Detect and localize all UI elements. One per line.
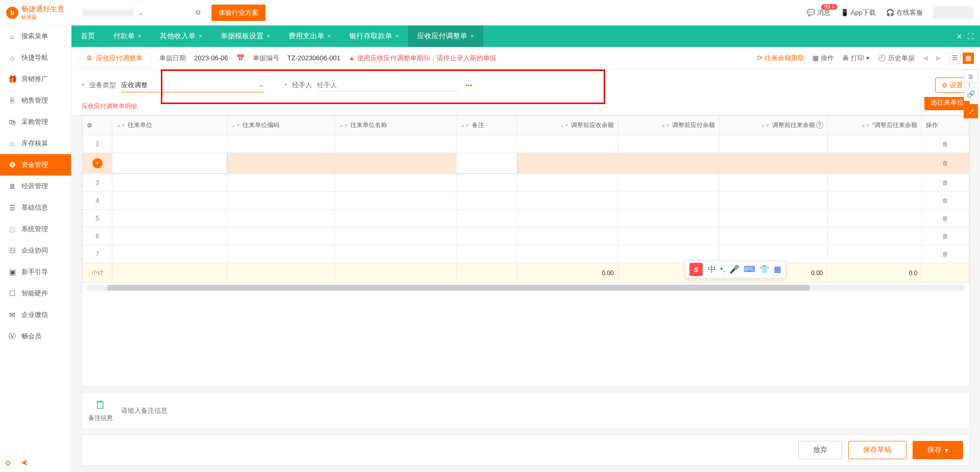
sidebar-item-quicknav[interactable]: ⌂快捷导航 <box>0 47 71 68</box>
tab-template[interactable]: 单据模板设置× <box>211 26 279 47</box>
save-draft-button[interactable]: 保存草稿 <box>848 441 906 459</box>
table-row[interactable]: 4🗑 <box>83 192 969 210</box>
close-icon[interactable]: × <box>395 33 399 40</box>
tab-expense[interactable]: 费用支出单× <box>279 26 340 47</box>
tab-payment[interactable]: 付款单× <box>104 26 151 47</box>
save-button[interactable]: 保存▾ <box>913 441 963 459</box>
history-button[interactable]: 🕘历史单据 <box>878 54 915 63</box>
app-download-button[interactable]: 📱 App下载 <box>841 8 876 17</box>
info-bar: 🗎 应收应付调整单 单据日期 2023-06-06 📅 单据编号 TZ-2023… <box>71 47 980 69</box>
delete-icon[interactable]: 🗑 <box>926 160 965 167</box>
delete-icon[interactable]: 🗑 <box>926 251 965 258</box>
tab-bank[interactable]: 银行存取款单× <box>340 26 408 47</box>
delete-icon[interactable]: 🗑 <box>926 233 965 240</box>
close-icon[interactable]: × <box>267 33 270 40</box>
calendar-icon[interactable]: 📅 <box>236 54 245 62</box>
date-value[interactable]: 2023-06-06 <box>194 54 228 62</box>
sidebar-item-system[interactable]: ◌系统管理 <box>0 218 71 240</box>
sidebar-item-wechat[interactable]: ✉企业微信 <box>0 304 71 326</box>
ime-keyboard-icon[interactable]: ⌨ <box>744 264 755 275</box>
delete-icon[interactable]: 🗑 <box>926 215 965 222</box>
sidebar-settings-icon[interactable]: ⚙ <box>5 459 11 467</box>
sidebar-item-search[interactable]: ⌕搜索菜单 <box>0 26 71 47</box>
tab-other-income[interactable]: 其他收入单× <box>151 26 211 47</box>
rail-expand-icon[interactable]: ⤢ <box>964 104 978 118</box>
col-pre-ar[interactable]: ▲▼调整前应收余额 <box>517 116 618 135</box>
help-icon[interactable]: ? <box>816 121 823 129</box>
view-list-button[interactable]: ☰ <box>949 53 961 64</box>
sidebar-item-marketing[interactable]: 🎁营销推广 <box>0 68 71 90</box>
col-pre-ap[interactable]: ▲▼调整前应付余额 <box>618 116 719 135</box>
table-row[interactable]: 7🗑 <box>83 245 969 263</box>
tab-home[interactable]: 首页 <box>71 26 104 47</box>
print-button[interactable]: 🖶打印▾ <box>842 54 870 63</box>
delete-icon[interactable]: 🗑 <box>926 179 965 186</box>
close-icon[interactable]: × <box>138 33 141 40</box>
operate-button[interactable]: ▦操作 <box>812 54 834 63</box>
close-icon[interactable]: × <box>327 33 331 40</box>
horizontal-scrollbar[interactable] <box>86 285 965 291</box>
col-unit[interactable]: ▲▼往来单位 <box>112 116 227 135</box>
col-unit-name[interactable]: ▲▼往来单位名称 <box>335 116 457 135</box>
sidebar-item-hardware[interactable]: ☐智能硬件 <box>0 283 71 304</box>
table-row[interactable]: 6🗑 <box>83 228 969 245</box>
sidebar-item-enterprise[interactable]: ☷企业协同 <box>0 240 71 261</box>
col-unit-code[interactable]: ▲▼往来单位编码 <box>227 116 334 135</box>
more-icon[interactable]: ••• <box>465 82 472 89</box>
table-row[interactable]: 3🗑 <box>83 174 969 192</box>
col-pre-bal[interactable]: ▲▼调整前往来余额? <box>720 116 827 135</box>
sidebar-item-basicinfo[interactable]: ☰基础信息 <box>0 197 71 218</box>
biz-type-select[interactable]: 应收调整 ⌄ <box>121 79 264 92</box>
biz-type-field: * 业务类型 应收调整 ⌄ <box>82 79 264 92</box>
reset-balance-button[interactable]: ⟳往来余额重取 <box>757 54 804 63</box>
header-gear-icon[interactable]: ⚙ <box>195 9 201 16</box>
ime-punct-icon[interactable]: •, <box>720 264 725 275</box>
table-row-active[interactable]: +🗑 <box>83 153 969 174</box>
bag-icon: 🛍 <box>8 118 16 126</box>
doc-type-tab[interactable]: 🗎 应收应付调整单 <box>78 49 151 67</box>
fullscreen-icon[interactable]: ⛶ <box>967 33 974 40</box>
sidebar-item-funds[interactable]: ❺资金管理 <box>0 154 71 176</box>
ime-cn-icon[interactable]: 中 <box>708 264 716 275</box>
online-service-button[interactable]: 🎧 在线客服 <box>886 8 923 17</box>
discard-button[interactable]: 放弃 <box>798 441 842 459</box>
ime-skin-icon[interactable]: 👕 <box>759 264 770 275</box>
delete-icon[interactable]: 🗑 <box>926 140 965 147</box>
rail-note-icon[interactable]: 🗎 <box>964 69 978 84</box>
table-row[interactable]: 1🗑 <box>83 135 969 153</box>
col-remark[interactable]: ▲▼备注 <box>456 116 517 135</box>
ime-mic-icon[interactable]: 🎤 <box>729 264 739 275</box>
delete-icon[interactable]: 🗑 <box>926 197 965 204</box>
org-selector[interactable]: ⌄ <box>83 9 185 16</box>
select-unit-button[interactable]: 选往来单位 <box>924 97 970 110</box>
sidebar-item-purchase[interactable]: 🛍采购管理 <box>0 111 71 133</box>
view-card-button[interactable]: ▦ <box>963 53 974 64</box>
subtotal-pre-ar: 0.00 <box>517 263 618 283</box>
close-icon[interactable]: × <box>470 33 474 40</box>
sidebar-item-member[interactable]: Ⓥ畅会员 <box>0 326 71 347</box>
experience-industry-button[interactable]: 体验行业方案 <box>211 5 266 21</box>
ime-toolbox-icon[interactable]: ▦ <box>774 264 781 275</box>
remark-label: 备注信息 <box>88 414 113 423</box>
table-row[interactable]: 5🗑 <box>83 210 969 228</box>
col-post-bal[interactable]: ▲▼*调整后往来余额 <box>827 116 922 135</box>
close-icon[interactable]: × <box>199 33 202 40</box>
ime-toolbar[interactable]: S 中 •, 🎤 ⌨ 👕 ▦ <box>685 260 786 279</box>
messages-button[interactable]: 💬 消息 99 + <box>807 8 830 17</box>
close-all-icon[interactable]: ✕ <box>957 33 962 40</box>
prev-icon[interactable]: ◀ <box>923 54 928 62</box>
sidebar-collapse-icon[interactable]: ⮜ <box>21 459 28 467</box>
sidebar-item-guide[interactable]: ▣新手引导 <box>0 261 71 283</box>
remark-input[interactable] <box>121 407 963 414</box>
user-avatar[interactable] <box>933 7 974 19</box>
tab-adjust[interactable]: 应收应付调整单× <box>408 26 483 47</box>
add-row-button[interactable]: + <box>92 158 103 168</box>
sidebar-item-sales[interactable]: ⎘销售管理 <box>0 90 71 111</box>
home-icon: ⌂ <box>8 54 16 62</box>
sidebar-item-operations[interactable]: 🗎经营管理 <box>0 176 71 197</box>
handler-input[interactable] <box>317 79 460 91</box>
rail-link-icon[interactable]: 🔗 <box>964 87 978 101</box>
next-icon[interactable]: ▶ <box>936 54 941 62</box>
table-config-button[interactable]: ⚙ <box>83 116 112 135</box>
sidebar-item-inventory[interactable]: ⌂库存核算 <box>0 133 71 154</box>
